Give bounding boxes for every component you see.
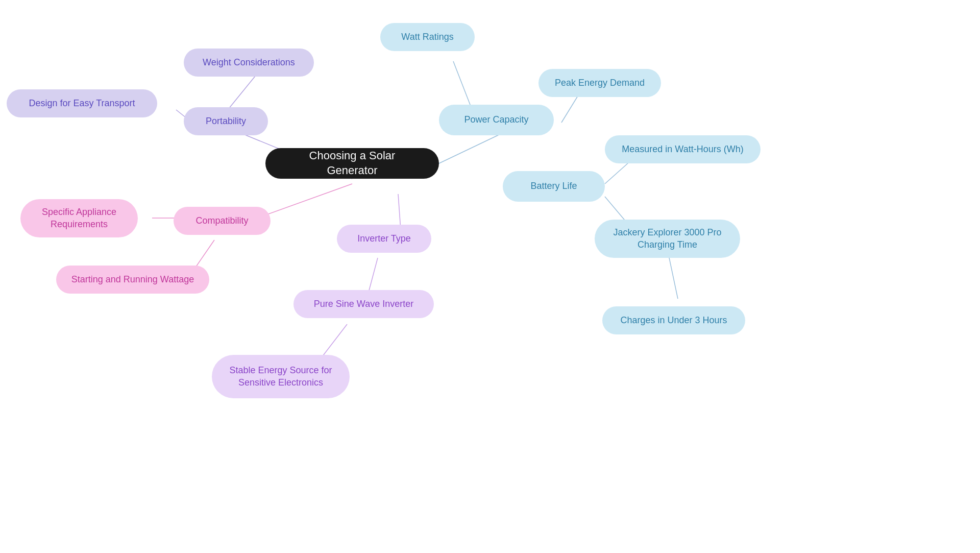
svg-line-6 [439, 132, 505, 163]
stable-energy-node: Stable Energy Source for Sensitive Elect… [212, 355, 350, 398]
specific-appliance-node: Specific Appliance Requirements [20, 199, 138, 237]
compatibility-node: Compatibility [174, 207, 271, 235]
power-capacity-node: Power Capacity [439, 105, 554, 135]
center-node: Choosing a Solar Generator [265, 148, 439, 179]
jackery-explorer-node: Jackery Explorer 3000 Pro Charging Time [595, 220, 740, 258]
battery-life-node: Battery Life [503, 171, 605, 202]
inverter-type-node: Inverter Type [337, 225, 431, 253]
measured-watt-hours-node: Measured in Watt-Hours (Wh) [605, 135, 761, 163]
svg-line-12 [669, 255, 678, 299]
peak-energy-demand-node: Peak Energy Demand [538, 69, 661, 97]
design-easy-transport-node: Design for Easy Transport [7, 89, 157, 117]
pure-sine-wave-node: Pure Sine Wave Inverter [293, 290, 434, 318]
portability-node: Portability [184, 107, 268, 135]
svg-line-15 [322, 324, 347, 357]
weight-considerations-node: Weight Considerations [184, 49, 314, 77]
charges-under-3-node: Charges in Under 3 Hours [602, 306, 745, 334]
watt-ratings-node: Watt Ratings [380, 23, 475, 51]
starting-running-wattage-node: Starting and Running Wattage [56, 266, 209, 294]
